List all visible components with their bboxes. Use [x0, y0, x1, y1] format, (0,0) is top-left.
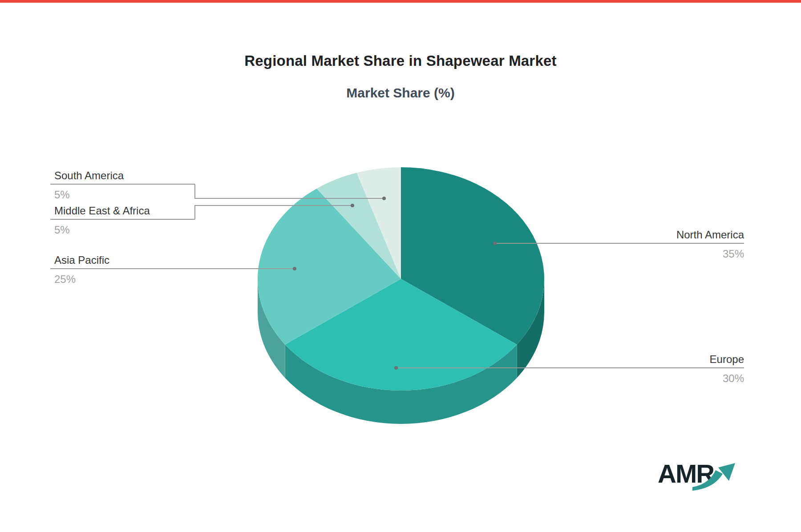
trend-arrow-icon: [692, 463, 737, 495]
leader-dot: [293, 267, 296, 270]
chart-figure: Regional Market Share in Shapewear Marke…: [0, 0, 801, 532]
pie-chart: [0, 0, 801, 532]
amr-logo: AMR: [658, 461, 747, 496]
leader-dot: [382, 197, 386, 200]
leader-dot: [351, 204, 354, 207]
leader-dot: [493, 242, 497, 245]
leader-dot: [394, 366, 398, 370]
